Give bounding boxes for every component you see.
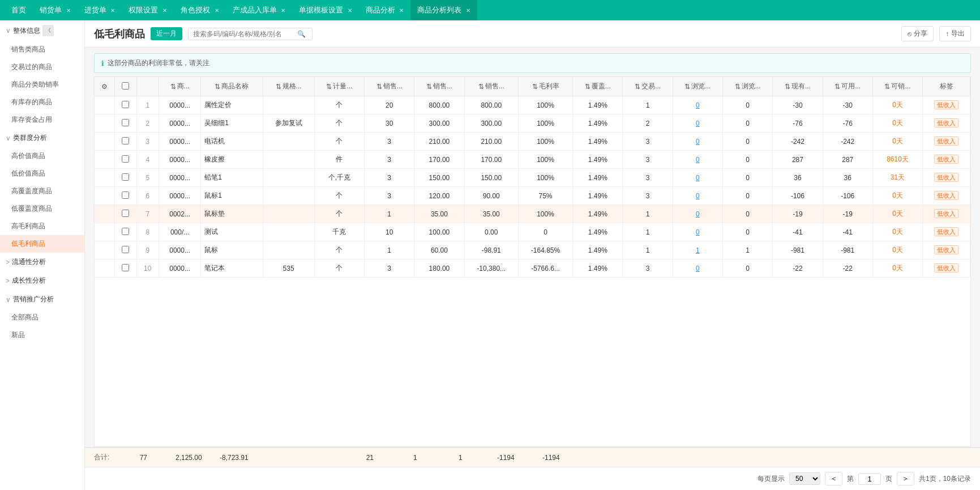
- sidebar-item-high-margin[interactable]: 高毛利商品: [0, 218, 84, 235]
- col-code[interactable]: ⇅商...: [159, 77, 200, 96]
- row-checkbox[interactable]: [114, 187, 136, 205]
- search-input[interactable]: [193, 30, 295, 38]
- col-sales-amount[interactable]: ⇅销售...: [464, 77, 518, 96]
- row-name[interactable]: 笔记本: [201, 259, 263, 278]
- page-number-input[interactable]: [858, 473, 881, 485]
- row-check-0[interactable]: [122, 101, 129, 108]
- row-name[interactable]: 橡皮擦: [201, 151, 263, 169]
- row-check-1[interactable]: [122, 119, 129, 126]
- col-available[interactable]: ⇅可用...: [823, 77, 872, 96]
- col-sales-price[interactable]: ⇅销售...: [414, 77, 464, 96]
- select-all-checkbox[interactable]: [122, 82, 129, 90]
- sidebar-group-marketing[interactable]: ∨ 营销推广分析: [0, 290, 84, 309]
- col-view2[interactable]: ⇅浏览...: [723, 77, 773, 96]
- col-salable[interactable]: ⇅可销...: [872, 77, 922, 96]
- col-spec[interactable]: ⇅规格...: [263, 77, 314, 96]
- nav-analysis-list[interactable]: 商品分析列表 ✕: [410, 0, 477, 20]
- col-unit[interactable]: ⇅计量...: [314, 77, 364, 96]
- col-sales-qty[interactable]: ⇅销售...: [365, 77, 414, 96]
- row-check-7[interactable]: [122, 228, 129, 235]
- nav-close-list[interactable]: ✕: [466, 7, 470, 14]
- row-view1[interactable]: 0: [673, 169, 722, 187]
- row-check-4[interactable]: [122, 173, 129, 181]
- sidebar-group-flow[interactable]: > 流通性分析: [0, 253, 84, 271]
- nav-close-permission[interactable]: ✕: [162, 7, 167, 14]
- sidebar-item-high-coverage[interactable]: 高覆盖度商品: [0, 182, 84, 200]
- nav-close-purchase[interactable]: ✕: [110, 7, 115, 14]
- sidebar-item-new-products[interactable]: 新品: [0, 326, 84, 344]
- nav-home[interactable]: 首页: [5, 0, 33, 20]
- sidebar-item-low-coverage[interactable]: 低覆盖度商品: [0, 200, 84, 218]
- row-checkbox[interactable]: [114, 223, 136, 241]
- row-name[interactable]: 鼠标: [201, 241, 263, 259]
- row-name[interactable]: 鼠标垫: [201, 205, 263, 223]
- row-checkbox[interactable]: [114, 205, 136, 223]
- row-name[interactable]: 电话机: [201, 133, 263, 151]
- row-check-2[interactable]: [122, 137, 129, 144]
- sidebar-item-all-products[interactable]: 全部商品: [0, 309, 84, 326]
- col-settings[interactable]: ⚙: [95, 77, 114, 96]
- col-checkbox[interactable]: [114, 77, 136, 96]
- nav-sales[interactable]: 销货单 ✕: [33, 0, 78, 20]
- row-name[interactable]: 吴细细1: [201, 114, 263, 133]
- row-checkbox[interactable]: [114, 151, 136, 169]
- filter-period-button[interactable]: 近一月: [151, 27, 182, 40]
- sidebar-group-overview[interactable]: ∨ 整体信息 《: [0, 20, 84, 41]
- row-check-5[interactable]: [122, 191, 129, 199]
- row-name[interactable]: 铅笔1: [201, 169, 263, 187]
- row-name[interactable]: 测试: [201, 223, 263, 241]
- sidebar-item-category-rate[interactable]: 商品分类助销率: [0, 76, 84, 93]
- collapse-icon[interactable]: 《: [42, 25, 54, 36]
- col-view1[interactable]: ⇅浏览...: [673, 77, 722, 96]
- row-view1[interactable]: 0: [673, 205, 722, 223]
- row-checkbox[interactable]: [114, 133, 136, 151]
- sidebar-item-traded-products[interactable]: 交易过的商品: [0, 58, 84, 76]
- nav-close-template[interactable]: ✕: [348, 7, 352, 14]
- nav-role[interactable]: 角色授权 ✕: [174, 0, 226, 20]
- row-view1[interactable]: 0: [673, 96, 722, 114]
- share-button[interactable]: ⎋ 分享: [901, 26, 934, 41]
- row-checkbox[interactable]: [114, 96, 136, 114]
- sidebar-group-tier[interactable]: ∨ 类群度分析: [0, 129, 84, 147]
- row-view1[interactable]: 0: [673, 151, 722, 169]
- nav-analysis[interactable]: 商品分析 ✕: [359, 0, 411, 20]
- row-check-9[interactable]: [122, 264, 129, 271]
- row-view1[interactable]: 1: [673, 241, 722, 259]
- row-view1[interactable]: 0: [673, 259, 722, 278]
- row-view1[interactable]: 0: [673, 187, 722, 205]
- prev-page-button[interactable]: ＜: [825, 472, 842, 485]
- row-checkbox[interactable]: [114, 169, 136, 187]
- row-checkbox[interactable]: [114, 241, 136, 259]
- sidebar-item-sales-products[interactable]: 销售类商品: [0, 41, 84, 58]
- nav-close-role[interactable]: ✕: [215, 7, 219, 14]
- row-view1[interactable]: 0: [673, 114, 722, 133]
- row-checkbox[interactable]: [114, 114, 136, 133]
- row-check-8[interactable]: [122, 246, 129, 253]
- row-name[interactable]: 属性定价: [201, 96, 263, 114]
- sidebar-item-high-value[interactable]: 高价值商品: [0, 147, 84, 165]
- nav-purchase[interactable]: 进货单 ✕: [78, 0, 122, 20]
- nav-permission[interactable]: 权限设置 ✕: [122, 0, 174, 20]
- col-cover-rate[interactable]: ⇅覆盖...: [573, 77, 623, 96]
- next-page-button[interactable]: ＞: [897, 472, 914, 485]
- nav-close-sales[interactable]: ✕: [66, 7, 71, 14]
- row-view1[interactable]: 0: [673, 133, 722, 151]
- export-button[interactable]: ↑ 导出: [939, 26, 971, 41]
- col-trade[interactable]: ⇅交易...: [623, 77, 673, 96]
- page-size-select[interactable]: 50 20 100: [789, 472, 820, 485]
- col-gross-rate[interactable]: ⇅毛利率: [518, 77, 572, 96]
- row-checkbox[interactable]: [114, 259, 136, 278]
- nav-product-inbound[interactable]: 产成品入库单 ✕: [226, 0, 293, 20]
- nav-template[interactable]: 单据模板设置 ✕: [292, 0, 359, 20]
- sidebar-item-in-stock[interactable]: 有库存的商品: [0, 93, 84, 111]
- col-name[interactable]: ⇅商品名称: [201, 77, 263, 96]
- sidebar-item-low-margin[interactable]: 低毛利商品: [0, 235, 84, 253]
- row-view1[interactable]: 0: [673, 223, 722, 241]
- col-stock[interactable]: ⇅现有...: [773, 77, 823, 96]
- nav-close-product[interactable]: ✕: [281, 7, 285, 14]
- row-name[interactable]: 鼠标1: [201, 187, 263, 205]
- sidebar-item-capital[interactable]: 库存资金占用: [0, 111, 84, 129]
- row-check-3[interactable]: [122, 155, 129, 163]
- search-icon[interactable]: 🔍: [297, 30, 306, 38]
- row-check-6[interactable]: [122, 210, 129, 217]
